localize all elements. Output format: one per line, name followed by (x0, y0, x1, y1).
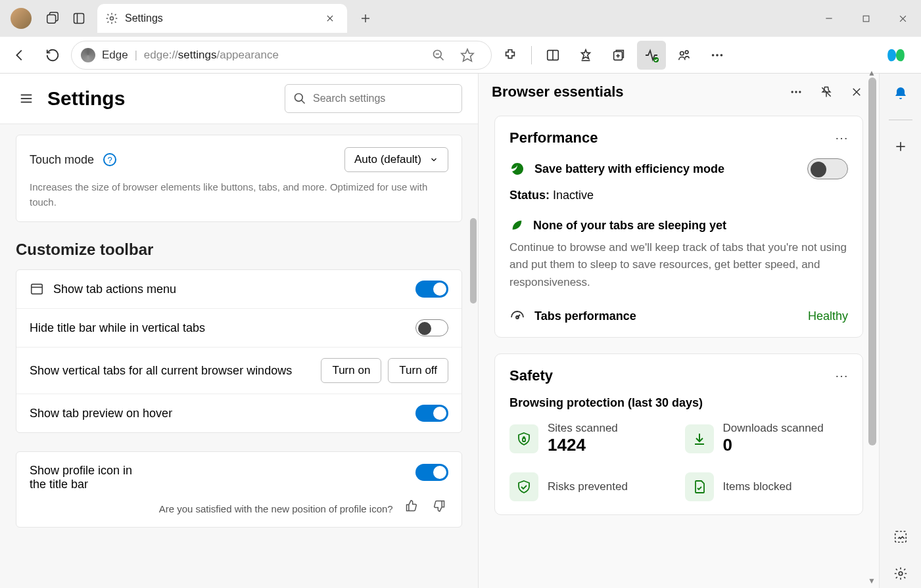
tabs-performance-status: Healthy (808, 309, 848, 323)
stat-risks: Risks prevented (509, 472, 673, 501)
tab-actions-toggle[interactable] (415, 281, 448, 298)
shield-check-icon (509, 472, 538, 501)
tab-close-button[interactable] (321, 9, 339, 28)
turn-off-button[interactable]: Turn off (388, 358, 448, 383)
notifications-icon[interactable] (886, 79, 915, 108)
efficiency-status: Status: Inactive (509, 189, 848, 202)
essentials-title: Browser essentials (492, 83, 787, 101)
safety-subtitle: Browsing protection (last 30 days) (509, 396, 848, 410)
settings-title: Settings (47, 87, 274, 110)
right-sidebar (879, 74, 921, 588)
refresh-button[interactable] (38, 41, 67, 70)
info-icon[interactable]: ? (103, 153, 116, 166)
settings-search-input[interactable] (313, 93, 454, 104)
svg-point-49 (899, 572, 903, 576)
settings-scrollbar[interactable] (470, 218, 477, 304)
zoom-out-icon[interactable] (424, 41, 453, 70)
close-window-button[interactable] (884, 5, 921, 32)
svg-rect-48 (895, 531, 906, 543)
turn-on-button[interactable]: Turn on (321, 358, 381, 383)
scroll-down-arrow[interactable]: ▼ (868, 576, 876, 585)
titlebar: Settings (0, 0, 921, 37)
favorites-list-icon[interactable] (571, 41, 600, 70)
hide-title-toggle[interactable] (415, 319, 448, 336)
minimize-button[interactable] (811, 5, 847, 32)
tab-title: Settings (125, 12, 321, 24)
favorite-star-icon[interactable] (453, 41, 482, 70)
stat-blocked: Items blocked (685, 472, 849, 501)
unpin-icon[interactable] (817, 83, 836, 101)
leaf-icon (509, 161, 525, 177)
touch-mode-card: Touch mode ? Auto (default) Increases th… (16, 135, 462, 222)
svg-rect-34 (32, 284, 43, 294)
shield-lock-icon (509, 424, 538, 453)
collections-icon[interactable] (604, 41, 633, 70)
edge-logo-icon (81, 48, 95, 62)
address-bar[interactable]: Edge | edge://settings/appearance (71, 41, 492, 70)
svg-marker-18 (582, 49, 590, 58)
leaf-small-icon (509, 218, 524, 233)
toolbar: Edge | edge://settings/appearance (0, 37, 921, 74)
gauge-icon (509, 308, 525, 324)
more-menu-icon[interactable] (703, 41, 732, 70)
row-vertical-tabs: Show vertical tabs for all current brows… (16, 348, 461, 394)
browser-tab[interactable]: Settings (97, 4, 347, 33)
svg-point-24 (680, 51, 684, 55)
copilot-icon[interactable] (882, 41, 910, 70)
safety-more-icon[interactable]: ⋯ (835, 368, 848, 384)
url-text: edge://settings/appearance (144, 49, 279, 62)
profile-avatar[interactable] (11, 8, 32, 29)
new-tab-button[interactable] (352, 5, 379, 32)
svg-rect-45 (523, 438, 525, 441)
stat-downloads: Downloads scanned0 (685, 422, 849, 455)
tabs-performance-label: Tabs performance (534, 309, 799, 323)
essentials-scrollbar[interactable] (868, 78, 876, 445)
maximize-button[interactable] (847, 5, 884, 32)
efficiency-label: Save battery with efficiency mode (534, 162, 798, 176)
file-check-icon (685, 472, 714, 501)
sleep-title: None of your tabs are sleeping yet (533, 219, 726, 233)
performance-more-icon[interactable]: ⋯ (835, 130, 848, 146)
tab-preview-toggle[interactable] (415, 405, 448, 422)
tab-icon (30, 282, 44, 296)
search-icon (293, 92, 306, 105)
essentials-more-icon[interactable] (787, 83, 805, 101)
screenshot-icon[interactable] (886, 522, 915, 551)
tab-actions-icon[interactable] (66, 5, 92, 32)
url-brand: Edge (102, 49, 128, 62)
svg-rect-9 (863, 16, 869, 22)
gear-icon (105, 12, 118, 25)
personal-icon[interactable] (670, 41, 699, 70)
efficiency-toggle[interactable] (807, 158, 848, 179)
thumbs-down-button[interactable] (430, 497, 448, 515)
touch-mode-label: Touch mode (30, 153, 94, 167)
workspaces-icon[interactable] (39, 5, 66, 32)
row-tab-actions: Show tab actions menu (16, 270, 461, 309)
row-tab-preview: Show tab preview on hover (16, 394, 461, 432)
settings-search[interactable] (285, 84, 462, 113)
thumbs-up-button[interactable] (402, 497, 421, 515)
scroll-up-arrow[interactable]: ▲ (868, 68, 876, 78)
sleep-desc: Continue to browse and we'll keep track … (509, 239, 848, 291)
browser-essentials-icon[interactable] (637, 41, 666, 70)
svg-rect-1 (74, 14, 84, 24)
settings-panel: Settings Touch mode ? Auto (default) Inc… (0, 74, 478, 588)
back-button[interactable] (5, 41, 34, 70)
svg-rect-0 (47, 15, 56, 24)
split-screen-icon[interactable] (538, 41, 567, 70)
sidebar-settings-icon[interactable] (886, 559, 915, 588)
safety-title: Safety (509, 367, 835, 384)
add-sidebar-button[interactable] (886, 132, 915, 161)
essentials-panel: Browser essentials Performance ⋯ Save ba… (478, 74, 879, 588)
svg-point-38 (799, 91, 801, 93)
stat-sites: Sites scanned1424 (509, 422, 673, 455)
touch-mode-select[interactable]: Auto (default) (344, 147, 448, 172)
svg-point-28 (720, 54, 723, 57)
svg-point-26 (712, 54, 715, 57)
close-panel-button[interactable] (847, 83, 866, 101)
svg-point-37 (795, 91, 797, 93)
extensions-icon[interactable] (496, 41, 525, 70)
profile-icon-toggle[interactable] (415, 464, 448, 481)
hamburger-menu-icon[interactable] (16, 88, 37, 109)
customize-list: Show tab actions menu Hide title bar whi… (16, 269, 462, 433)
